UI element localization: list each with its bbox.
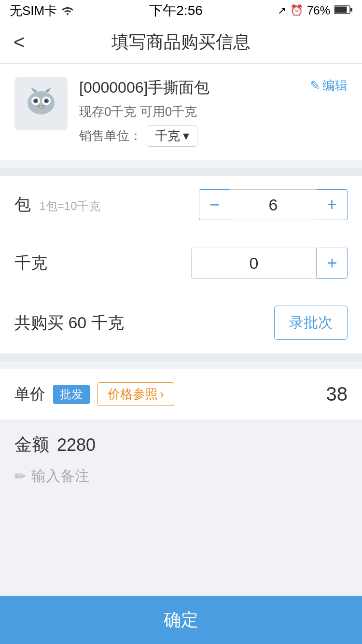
product-card: [0000006]手撕面包 现存0千克 可用0千克 销售单位： 千克 ▾ ✎ 编… xyxy=(0,64,362,160)
bag-input-row: 包 1包=10千克 − + xyxy=(14,176,348,234)
product-stock: 现存0千克 可用0千克 xyxy=(79,103,298,120)
battery-label: 76% xyxy=(307,4,330,17)
status-time: 下午2:56 xyxy=(149,1,203,20)
svg-point-3 xyxy=(28,91,55,114)
price-ref-button[interactable]: 价格参照 › xyxy=(97,382,174,406)
bag-label: 包 1包=10千克 xyxy=(14,194,189,216)
price-label: 单价 xyxy=(14,384,45,405)
section-divider-2 xyxy=(0,353,362,361)
battery-icon xyxy=(334,4,352,17)
product-thumb-label xyxy=(24,87,58,121)
chevron-down-icon: ▾ xyxy=(183,128,189,143)
price-tag: 批发 xyxy=(53,385,90,404)
pencil-icon: ✏ xyxy=(14,468,26,484)
price-section: 单价 批发 价格参照 › 38 xyxy=(0,369,362,420)
input-section: 包 1包=10千克 − + 千克 + xyxy=(0,176,362,292)
nav-bar: < 填写商品购买信息 xyxy=(0,21,362,64)
confirm-button[interactable]: 确定 xyxy=(0,596,362,644)
amount-row: 金额 2280 xyxy=(14,433,348,457)
svg-point-9 xyxy=(45,100,47,102)
status-right: ↗ ⏰ 76% xyxy=(278,4,352,17)
edit-button[interactable]: ✎ 编辑 xyxy=(310,77,348,94)
alarm-icon: ⏰ xyxy=(290,4,303,17)
summary-row: 共购买 60 千克 录批次 xyxy=(0,292,362,353)
svg-point-8 xyxy=(35,100,37,102)
product-name: [0000006]手撕面包 xyxy=(79,77,298,98)
kg-qty-control: + xyxy=(191,248,348,279)
product-unit-row: 销售单位： 千克 ▾ xyxy=(79,125,298,147)
location-icon: ↗ xyxy=(278,4,286,17)
bag-increase-button[interactable]: + xyxy=(317,189,348,220)
kg-quantity-input[interactable] xyxy=(191,248,317,279)
price-value: 38 xyxy=(326,383,348,405)
amount-value: 2280 xyxy=(57,435,96,455)
product-thumbnail xyxy=(14,77,68,130)
wifi-icon xyxy=(61,3,74,18)
remark-placeholder: 输入备注 xyxy=(31,466,89,486)
svg-rect-2 xyxy=(350,8,352,12)
amount-section: 金额 2280 ✏ 输入备注 xyxy=(0,420,362,498)
page-title: 填写商品购买信息 xyxy=(111,30,251,54)
status-left: 无SIM卡 xyxy=(10,2,74,19)
chevron-right-icon: › xyxy=(160,387,164,402)
remark-row[interactable]: ✏ 输入备注 xyxy=(14,466,348,498)
amount-label: 金额 xyxy=(14,433,49,457)
bag-decrease-button[interactable]: − xyxy=(199,189,230,220)
kg-label: 千克 xyxy=(14,252,181,274)
bag-hint: 1包=10千克 xyxy=(39,199,100,212)
section-divider-1 xyxy=(0,168,362,176)
kg-input-row: 千克 + xyxy=(14,234,348,292)
carrier-label: 无SIM卡 xyxy=(10,2,57,19)
svg-rect-1 xyxy=(335,7,347,13)
price-row: 单价 批发 价格参照 › 38 xyxy=(14,382,348,406)
summary-text: 共购买 60 千克 xyxy=(14,312,124,334)
batch-button[interactable]: 录批次 xyxy=(274,306,348,340)
edit-icon: ✎ xyxy=(310,78,320,93)
svg-marker-12 xyxy=(31,87,38,92)
unit-select[interactable]: 千克 ▾ xyxy=(147,125,197,147)
back-button[interactable]: < xyxy=(14,31,25,53)
kg-increase-button[interactable]: + xyxy=(317,248,348,279)
bag-qty-control: − + xyxy=(199,189,348,220)
bag-quantity-input[interactable] xyxy=(230,189,317,220)
unit-label: 销售单位： xyxy=(79,127,142,144)
svg-marker-13 xyxy=(44,87,51,92)
status-bar: 无SIM卡 下午2:56 ↗ ⏰ 76% xyxy=(0,0,362,21)
product-info: [0000006]手撕面包 现存0千克 可用0千克 销售单位： 千克 ▾ xyxy=(79,77,298,147)
